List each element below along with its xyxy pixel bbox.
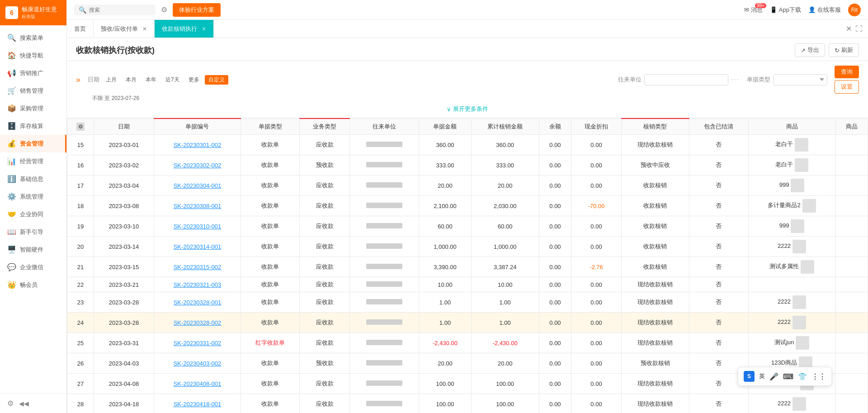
sidebar-item-operations[interactable]: 📊经营管理: [0, 152, 66, 170]
expand-more-conditions[interactable]: ∨ 展开更多条件: [447, 105, 488, 113]
filter-date-this-year[interactable]: 本年: [142, 75, 160, 85]
cell-balance: 0.00: [539, 333, 571, 353]
cell-balance: 0.00: [539, 394, 571, 413]
sidebar-item-marketing[interactable]: 📢营销推广: [0, 64, 66, 82]
table-row: 18 2023-03-08 SK-20230308-001 收款单 应收款 2,…: [67, 196, 868, 216]
filter-date-7days[interactable]: 近7天: [162, 75, 183, 85]
cell-discount: 0.00: [571, 176, 622, 196]
quicknav-icon: 🏠: [7, 51, 16, 60]
filter-date-last-month[interactable]: 上月: [102, 75, 120, 85]
tab-collection[interactable]: 收款核销执行 ✕: [155, 20, 214, 38]
settings-icon[interactable]: ⚙: [7, 399, 14, 408]
filter-expand-btn[interactable]: »: [76, 75, 80, 85]
enterprise-icon: 🤝: [7, 210, 16, 218]
cell-amount: 1.00: [419, 313, 471, 333]
collapse-icon[interactable]: ◀◀: [19, 400, 29, 407]
online-service-button[interactable]: 👤 在线客服: [808, 6, 841, 14]
order-link[interactable]: SK-20230301-002: [174, 142, 222, 148]
solution-button[interactable]: 体验行业方案: [173, 3, 221, 17]
tab-prepay-close[interactable]: ✕: [142, 26, 147, 32]
cell-discount: 0.00: [571, 277, 622, 292]
cell-included: 否: [689, 277, 748, 292]
ime-apps-icon[interactable]: ⋮⋮: [811, 372, 826, 381]
tab-bar: 首页 预收/应收付单 ✕ 收款核销执行 ✕ ✕ ⛶: [67, 20, 868, 38]
filter-date-this-month[interactable]: 本月: [122, 75, 140, 85]
order-link[interactable]: SK-20230310-001: [174, 223, 222, 230]
sidebar-label-operations: 经营管理: [20, 157, 43, 166]
sidebar-item-basic[interactable]: ℹ️基础信息: [0, 170, 66, 188]
tab-collection-close[interactable]: ✕: [202, 26, 206, 32]
filter-date-more[interactable]: 更多: [185, 75, 203, 85]
user-avatar[interactable]: Rit: [848, 4, 861, 16]
column-settings-icon[interactable]: ⚙: [76, 123, 85, 131]
order-link[interactable]: SK-20230408-001: [174, 380, 222, 387]
col-partner: 往来单位: [350, 119, 419, 135]
tab-home[interactable]: 首页: [67, 20, 94, 38]
cell-amount: 360.00: [419, 135, 471, 155]
table-row: 28 2023-04-18 SK-20230418-001 收款单 应收款 10…: [67, 394, 868, 413]
search-input[interactable]: [89, 7, 151, 13]
order-link[interactable]: SK-20230328-002: [174, 319, 222, 326]
sidebar: 6 畅康道好生意 标推版 🔍搜索菜单🏠快捷导航📢营销推广🛒销售管理📦采购管理🗄️…: [0, 0, 67, 413]
expand-arrow-icon[interactable]: »: [76, 75, 80, 85]
cell-amount: 100.00: [419, 374, 471, 394]
sidebar-item-purchase[interactable]: 📦采购管理: [0, 100, 66, 117]
order-link[interactable]: SK-20230331-002: [174, 340, 222, 347]
sidebar-item-guide[interactable]: 📖新手引导: [0, 223, 66, 241]
export-button[interactable]: ↗ 导出: [795, 43, 825, 57]
gear-icon[interactable]: ⚙: [161, 5, 167, 14]
cell-included: 否: [689, 135, 748, 155]
order-link[interactable]: SK-20230314-001: [174, 243, 222, 250]
table-row: 17 2023-03-04 SK-20230304-001 收款单 应收款 20…: [67, 176, 868, 196]
sidebar-item-search[interactable]: 🔍搜索菜单: [0, 29, 66, 47]
expand-tab-icon[interactable]: ⛶: [855, 25, 863, 33]
order-link[interactable]: SK-20230328-001: [174, 299, 222, 306]
bill-type-select[interactable]: [773, 74, 827, 85]
sidebar-item-finance[interactable]: 💰资金管理: [0, 135, 66, 152]
tab-prepay[interactable]: 预收/应收付单 ✕: [94, 20, 155, 38]
cell-balance: 0.00: [539, 196, 571, 216]
sidebar-item-enterprise[interactable]: 🤝企业协同: [0, 205, 66, 223]
filter-date-custom[interactable]: 自定义: [205, 75, 228, 85]
cell-discount: 0.00: [571, 374, 622, 394]
partner-name: [366, 299, 402, 304]
sidebar-item-sales[interactable]: 🛒销售管理: [0, 82, 66, 100]
cell-bill-type: 收款单: [241, 374, 299, 394]
cell-order-no: SK-20230418-001: [154, 394, 241, 413]
close-tab-icon[interactable]: ✕: [846, 24, 852, 33]
order-link[interactable]: SK-20230302-002: [174, 162, 222, 169]
query-button[interactable]: 查询: [835, 66, 859, 78]
sidebar-item-hardware[interactable]: 🖥️智能硬件: [0, 241, 66, 258]
app-download-button[interactable]: 📱 App下载: [770, 6, 801, 14]
ime-shirt-icon[interactable]: 👕: [798, 372, 807, 381]
sidebar-item-quicknav[interactable]: 🏠快捷导航: [0, 47, 66, 64]
sidebar-item-member[interactable]: 👑畅会员: [0, 276, 66, 294]
order-link[interactable]: SK-20230315-002: [174, 264, 222, 271]
sidebar-item-system[interactable]: ⚙️系统管理: [0, 188, 66, 205]
order-link[interactable]: SK-20230418-001: [174, 401, 222, 408]
filter-dots[interactable]: ···: [731, 76, 740, 84]
message-button[interactable]: ✉ 消息 99+: [744, 6, 763, 14]
ime-keyboard-icon[interactable]: ⌨: [783, 372, 793, 381]
order-link[interactable]: SK-20230403-002: [174, 360, 222, 367]
cell-biz-type: 预收款: [300, 155, 350, 176]
filter-bar: » 日期 上月 本月 本年 近7天 更多 自定义 往来单位: [67, 61, 868, 118]
settings-button[interactable]: 设置: [835, 80, 859, 94]
col-settings[interactable]: ⚙: [67, 119, 94, 135]
ime-mic-icon[interactable]: 🎤: [769, 372, 778, 381]
order-link[interactable]: SK-20230321-003: [174, 281, 222, 288]
cell-cancel-type: 现结收款核销: [621, 277, 689, 292]
order-link[interactable]: SK-20230304-001: [174, 182, 222, 189]
cell-cancel-type: 现结收款核销: [621, 374, 689, 394]
refresh-button[interactable]: ↻ 刷新: [829, 43, 859, 57]
cell-no: 23: [67, 292, 94, 313]
member-icon: 👑: [7, 280, 16, 289]
cell-bill-type: 红字收款单: [241, 333, 299, 353]
cell-biz-type: 应收款: [300, 292, 350, 313]
order-link[interactable]: SK-20230308-001: [174, 203, 222, 209]
sidebar-item-wecom[interactable]: 💬企业微信: [0, 258, 66, 276]
cell-amount: 333.00: [419, 155, 471, 176]
sidebar-item-inventory[interactable]: 🗄️库存核算: [0, 117, 66, 135]
partner-input[interactable]: [644, 74, 728, 85]
cell-biz-type: 应收款: [300, 277, 350, 292]
